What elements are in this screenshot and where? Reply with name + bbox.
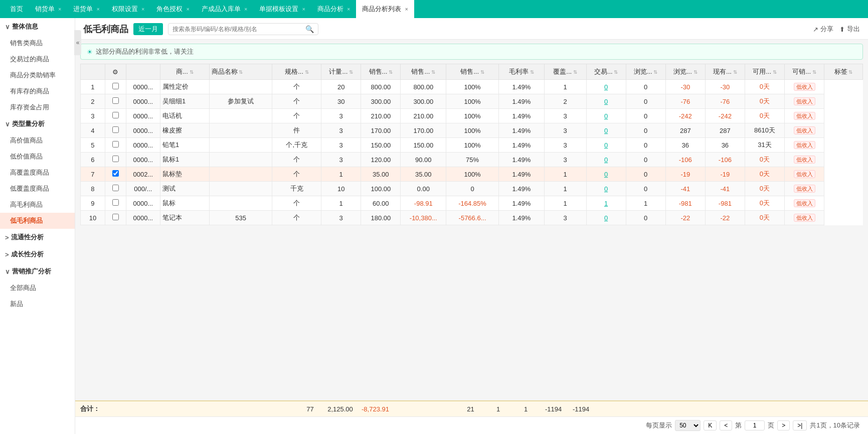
row-checkbox[interactable] xyxy=(105,153,126,167)
first-page-button[interactable]: K xyxy=(704,420,717,430)
close-icon[interactable]: × xyxy=(95,6,99,12)
row-checkbox[interactable] xyxy=(105,167,126,182)
header-spec[interactable]: 规格... xyxy=(272,64,321,80)
sidebar-item-低价值商品[interactable]: 低价值商品 xyxy=(0,149,75,165)
saleable-days: 0天 xyxy=(745,109,784,123)
header-saleable[interactable]: 可销... xyxy=(785,64,824,80)
header-cur_qty[interactable]: 现有... xyxy=(705,64,745,80)
header-sale_qty[interactable]: 销售... xyxy=(361,64,401,80)
table-row[interactable]: 60000...鼠标1个3120.0090.0075%1.49%300-106-… xyxy=(81,153,863,167)
page-input[interactable] xyxy=(745,420,765,430)
close-icon[interactable]: × xyxy=(140,6,144,12)
table-row[interactable]: 10000...属性定价个20800.00800.00100%1.49%100-… xyxy=(81,80,863,94)
row-checkbox[interactable] xyxy=(105,94,126,109)
row-checkbox[interactable] xyxy=(105,196,126,211)
close-icon[interactable]: × xyxy=(345,6,350,12)
table-row[interactable]: 20000...吴细细1参加复试个30300.00300.00100%1.49%… xyxy=(81,94,863,109)
nav-item-进货单[interactable]: 进货单 × xyxy=(67,0,105,18)
nav-item-产成品入库单[interactable]: 产成品入库单 × xyxy=(196,0,253,18)
nav-item-角色授权[interactable]: 角色授权 × xyxy=(150,0,195,18)
header-sale_price[interactable]: 销售... xyxy=(401,64,446,80)
header-code[interactable]: 商... xyxy=(160,64,209,80)
close-icon[interactable]: × xyxy=(243,6,247,12)
last-page-button[interactable]: >| xyxy=(793,420,807,430)
header-cover[interactable]: 覆盖... xyxy=(544,64,586,80)
table-row[interactable]: 30000...电话机个3210.00210.00100%1.49%300-24… xyxy=(81,109,863,123)
row-checkbox[interactable] xyxy=(105,138,126,153)
browse-count-1[interactable]: 0 xyxy=(586,80,626,94)
header-tag[interactable]: 标签 xyxy=(824,64,863,80)
browse-count-1[interactable]: 0 xyxy=(586,138,626,153)
sidebar-collapse-button[interactable]: « xyxy=(74,30,81,55)
nav-item-首页[interactable]: 首页 xyxy=(4,0,29,18)
sidebar-item-商品分类助销率[interactable]: 商品分类助销率 xyxy=(0,67,75,83)
header-profit_rate[interactable]: 毛利率 xyxy=(498,64,544,80)
sidebar-section-类型量分析[interactable]: ∨ 类型量分析 xyxy=(0,115,75,132)
browse-count-1[interactable]: 1 xyxy=(586,196,626,211)
browse-count-1[interactable]: 0 xyxy=(586,94,626,109)
row-checkbox[interactable] xyxy=(105,182,126,196)
row-checkbox[interactable] xyxy=(105,211,126,225)
sidebar-item-库存资金占用[interactable]: 库存资金占用 xyxy=(0,99,75,115)
header-browse1[interactable]: 浏览... xyxy=(626,64,665,80)
header-unit[interactable]: 计量... xyxy=(321,64,361,80)
product-unit: 个 xyxy=(272,153,321,167)
nav-item-单据模板设置[interactable]: 单据模板设置 × xyxy=(253,0,311,18)
sidebar-section-整体信息[interactable]: ∨ 整体信息 xyxy=(0,18,75,35)
table-row[interactable]: 100000...笔记本535个3180.00-10,380...-5766.6… xyxy=(81,211,863,225)
browse-count-1[interactable]: 0 xyxy=(586,109,626,123)
chevron-icon: > xyxy=(5,251,9,258)
close-icon[interactable]: × xyxy=(403,6,408,12)
table-row[interactable]: 8000/...测试千克10100.000.0001.49%100-41-410… xyxy=(81,182,863,196)
sidebar-item-交易过的商品[interactable]: 交易过的商品 xyxy=(0,51,75,67)
prev-page-button[interactable]: < xyxy=(720,420,732,430)
row-checkbox[interactable] xyxy=(105,123,126,138)
header-avail[interactable]: 可用... xyxy=(745,64,784,80)
browse-count-1[interactable]: 0 xyxy=(586,123,626,138)
table-row[interactable]: 70002...鼠标垫个135.0035.00100%1.49%100-19-1… xyxy=(81,167,863,182)
close-icon[interactable]: × xyxy=(300,6,305,12)
date-filter-button[interactable]: 近一月 xyxy=(133,23,163,35)
row-checkbox[interactable] xyxy=(105,109,126,123)
sidebar-item-有库存的商品[interactable]: 有库存的商品 xyxy=(0,83,75,99)
sidebar-section-营销推广分析[interactable]: ∨ 营销推广分析 xyxy=(0,263,75,280)
sidebar-item-高毛利商品[interactable]: 高毛利商品 xyxy=(0,197,75,213)
sidebar-item-全部商品[interactable]: 全部商品 xyxy=(0,280,75,296)
export-button[interactable]: ⬆ 导出 xyxy=(839,25,860,34)
sidebar-item-高价值商品[interactable]: 高价值商品 xyxy=(0,132,75,149)
nav-item-权限设置[interactable]: 权限设置 × xyxy=(106,0,150,18)
browse-count-1[interactable]: 0 xyxy=(586,211,626,225)
header-trade[interactable]: 交易... xyxy=(586,64,626,80)
sidebar-item-低覆盖度商品[interactable]: 低覆盖度商品 xyxy=(0,181,75,197)
header-name[interactable]: 商品名称 xyxy=(209,64,272,80)
nav-item-销货单[interactable]: 销货单 × xyxy=(29,0,67,18)
page-size-select[interactable]: 50 100 xyxy=(675,420,701,431)
share-button[interactable]: ↗ 分享 xyxy=(813,25,833,34)
browse-count-1[interactable]: 0 xyxy=(586,182,626,196)
cover-rate: 1.49% xyxy=(498,211,544,225)
row-number: 1 xyxy=(81,80,105,94)
sidebar-section-流通性分析[interactable]: > 流通性分析 xyxy=(0,229,75,246)
search-icon[interactable]: 🔍 xyxy=(305,25,314,33)
close-icon[interactable]: × xyxy=(57,6,61,12)
header-sale_profit[interactable]: 销售... xyxy=(446,64,499,80)
sidebar-section-成长性分析[interactable]: > 成长性分析 xyxy=(0,246,75,263)
sidebar-item-新品[interactable]: 新品 xyxy=(0,296,75,312)
search-input[interactable] xyxy=(172,26,305,33)
footer-sale-profit: -8,723.91 xyxy=(357,405,394,413)
table-row[interactable]: 40000...橡皮擦件3170.00170.00100%1.49%300287… xyxy=(81,123,863,138)
sidebar-item-低毛利商品[interactable]: 低毛利商品 xyxy=(0,213,75,229)
nav-item-商品分析列表[interactable]: 商品分析列表 × xyxy=(356,0,414,18)
header-browse2[interactable]: 浏览... xyxy=(665,64,705,80)
product-unit: 个 xyxy=(272,211,321,225)
sidebar-item-销售类商品[interactable]: 销售类商品 xyxy=(0,35,75,51)
nav-item-商品分析[interactable]: 商品分析 × xyxy=(311,0,356,18)
next-page-button[interactable]: > xyxy=(777,420,790,430)
table-row[interactable]: 50000...铅笔1个,千克3150.00150.00100%1.49%300… xyxy=(81,138,863,153)
table-row[interactable]: 90000...鼠标个160.00-98.91-164.85%1.49%111-… xyxy=(81,196,863,211)
browse-count-1[interactable]: 0 xyxy=(586,153,626,167)
row-checkbox[interactable] xyxy=(105,80,126,94)
close-icon[interactable]: × xyxy=(185,6,189,12)
sidebar-item-高覆盖度商品[interactable]: 高覆盖度商品 xyxy=(0,165,75,181)
browse-count-1[interactable]: 0 xyxy=(586,167,626,182)
